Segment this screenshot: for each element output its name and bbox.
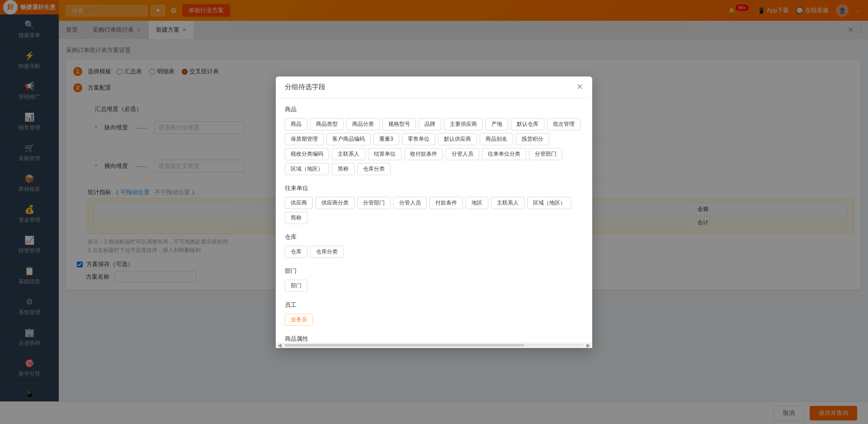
- modal-overlay: 分组待选字段 ✕ 商品商品商品类型商品分类规格型号品牌主要供应商产地默认仓库批次…: [0, 0, 868, 424]
- field-chip-partner-1[interactable]: 供应商分类: [316, 197, 354, 209]
- field-chip-goods-9[interactable]: 保质期管理: [285, 133, 324, 145]
- field-chip-goods-8[interactable]: 批次管理: [547, 118, 580, 130]
- field-chip-goods-3[interactable]: 规格型号: [382, 118, 416, 130]
- field-chips-warehouse: 仓库仓库分类: [285, 246, 583, 258]
- field-chip-goods-18[interactable]: 结算单位: [368, 148, 401, 160]
- modal-close-button[interactable]: ✕: [576, 83, 583, 91]
- field-chip-partner-7[interactable]: 区域（地区）: [527, 197, 571, 209]
- field-chip-goods-23[interactable]: 区域（地区）: [285, 163, 329, 175]
- field-chip-goods-0[interactable]: 商品: [285, 118, 307, 130]
- field-chip-goods-22[interactable]: 分管部门: [529, 148, 562, 160]
- field-chip-goods-7[interactable]: 默认仓库: [511, 118, 544, 130]
- field-chip-employee-0[interactable]: 业务员: [285, 314, 313, 326]
- field-chip-goods-11[interactable]: 重量3: [373, 133, 399, 145]
- field-chips-partner: 供应商供应商分类分管部门分管人员付款条件地区主联系人区域（地区）简称: [285, 197, 583, 224]
- field-chip-goods-1[interactable]: 商品类型: [310, 118, 344, 130]
- field-chip-partner-5[interactable]: 地区: [466, 197, 488, 209]
- field-chip-goods-17[interactable]: 主联系人: [332, 148, 365, 160]
- section-goods: 商品商品商品类型商品分类规格型号品牌主要供应商产地默认仓库批次管理保质期管理客户…: [285, 105, 583, 175]
- field-chip-partner-0[interactable]: 供应商: [285, 197, 313, 209]
- section-warehouse: 仓库仓库仓库分类: [285, 233, 583, 258]
- field-chip-goods-21[interactable]: 往来单位分类: [482, 148, 526, 160]
- field-chip-department-0[interactable]: 部门: [285, 280, 307, 292]
- field-chip-partner-4[interactable]: 付款条件: [429, 197, 463, 209]
- section-title-employee: 员工: [285, 301, 583, 309]
- section-product-attr: 商品属性属性颜色多规格尺码鞋码1: [285, 335, 583, 343]
- field-chip-goods-15[interactable]: 拣货积分: [516, 133, 549, 145]
- section-title-product-attr: 商品属性: [285, 335, 583, 343]
- field-chip-goods-4[interactable]: 品牌: [419, 118, 441, 130]
- field-chips-goods: 商品商品类型商品分类规格型号品牌主要供应商产地默认仓库批次管理保质期管理客户商品…: [285, 118, 583, 175]
- field-chip-warehouse-1[interactable]: 仓库分类: [310, 246, 344, 258]
- field-chip-goods-12[interactable]: 零售单位: [402, 133, 435, 145]
- section-title-department: 部门: [285, 267, 583, 275]
- field-chip-goods-16[interactable]: 税收分类编码: [285, 148, 329, 160]
- modal-hscrollbar[interactable]: ◀ ▶: [276, 343, 592, 348]
- modal-title: 分组待选字段: [285, 83, 326, 91]
- field-chip-warehouse-0[interactable]: 仓库: [285, 246, 307, 258]
- field-chip-goods-10[interactable]: 客户商品编码: [326, 133, 371, 145]
- field-chip-goods-5[interactable]: 主要供应商: [444, 118, 483, 130]
- section-employee: 员工业务员: [285, 301, 583, 326]
- field-chips-employee: 业务员: [285, 314, 583, 326]
- modal-dialog: 分组待选字段 ✕ 商品商品商品类型商品分类规格型号品牌主要供应商产地默认仓库批次…: [276, 76, 592, 348]
- field-chip-goods-24[interactable]: 简称: [332, 163, 354, 175]
- field-chip-goods-14[interactable]: 商品别名: [480, 133, 513, 145]
- section-title-warehouse: 仓库: [285, 233, 583, 241]
- field-chip-goods-13[interactable]: 默认供应商: [438, 133, 477, 145]
- field-chip-partner-8[interactable]: 简称: [285, 212, 307, 224]
- hscroll-thumb[interactable]: [284, 344, 524, 347]
- field-chip-goods-6[interactable]: 产地: [486, 118, 508, 130]
- field-chip-partner-3[interactable]: 分管人员: [393, 197, 427, 209]
- field-chip-goods-25[interactable]: 仓库分类: [357, 163, 391, 175]
- section-partner: 往来单位供应商供应商分类分管部门分管人员付款条件地区主联系人区域（地区）简称: [285, 184, 583, 224]
- hscroll-left-arrow[interactable]: ◀: [278, 342, 282, 348]
- modal-body: 商品商品商品类型商品分类规格型号品牌主要供应商产地默认仓库批次管理保质期管理客户…: [276, 98, 592, 343]
- section-title-goods: 商品: [285, 105, 583, 114]
- field-chip-partner-2[interactable]: 分管部门: [357, 197, 391, 209]
- field-chip-goods-19[interactable]: 收付款条件: [404, 148, 443, 160]
- field-chip-goods-2[interactable]: 商品分类: [346, 118, 380, 130]
- modal-header: 分组待选字段 ✕: [276, 76, 592, 98]
- field-chips-department: 部门: [285, 280, 583, 292]
- field-chip-partner-6[interactable]: 主联系人: [491, 197, 524, 209]
- section-department: 部门部门: [285, 267, 583, 292]
- field-chip-goods-20[interactable]: 分管人员: [446, 148, 479, 160]
- section-title-partner: 往来单位: [285, 184, 583, 192]
- hscroll-right-arrow[interactable]: ▶: [586, 342, 590, 348]
